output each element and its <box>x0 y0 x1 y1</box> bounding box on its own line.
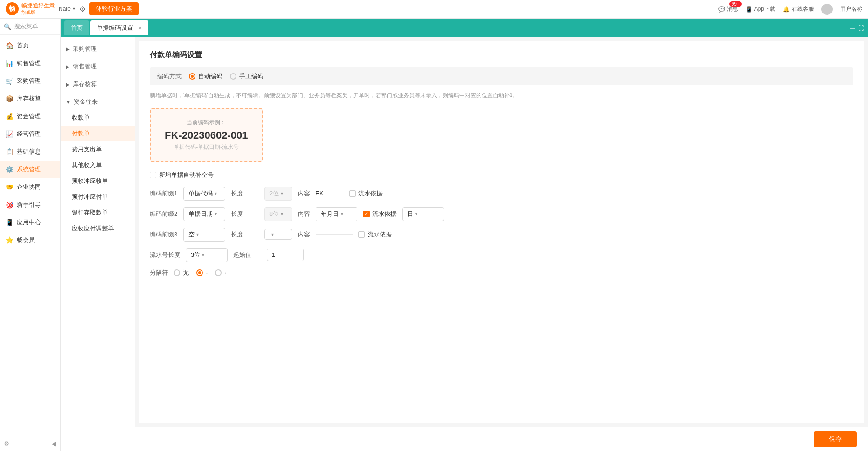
prefix1-content-label: 内容 <box>298 189 310 198</box>
sub-group-inventory-title[interactable]: ▶ 库存核算 <box>61 76 135 92</box>
sub-item-payment[interactable]: 付款单 <box>61 126 135 141</box>
sub-group-sales-title[interactable]: ▶ 销售管理 <box>61 59 135 74</box>
sidebar-bottom: ⚙ ◀ <box>0 436 60 451</box>
prefix2-row: 编码前缀2 单据日期 ▾ 长度 8位 ▾ 内容 年月日 ▾ <box>150 207 853 221</box>
service-label: 在线客服 <box>792 5 814 13</box>
app-icon: 📱 <box>746 6 753 13</box>
message-button[interactable]: 💬 消息 99+ <box>718 5 738 13</box>
sub-item-other-income[interactable]: 其他收入单 <box>61 157 135 173</box>
main-form: 付款单编码设置 编码方式 自动编码 手工编码 <box>139 41 864 423</box>
sidebar-item-inventory[interactable]: 📦 库存核算 <box>0 90 60 108</box>
sidebar-item-sales[interactable]: 📊 销售管理 <box>0 54 60 72</box>
sub-item-receipt[interactable]: 收款单 <box>61 110 135 126</box>
prefix3-row: 编码前缀3 空 ▾ 长度 ▾ 内容 流水依据 <box>150 228 853 242</box>
auto-fill-checkbox-row[interactable]: 新增单据自动补空号 <box>150 171 853 179</box>
sidebar-search[interactable]: 🔍 搜索菜单 <box>0 19 60 35</box>
sub-item-bank-deposit[interactable]: 银行存取款单 <box>61 205 135 221</box>
sidebar-item-capital[interactable]: 💰 资金管理 <box>0 108 60 125</box>
app-download-button[interactable]: 📱 App下载 <box>746 5 775 13</box>
separator-none[interactable]: 无 <box>174 269 189 277</box>
sidebar-item-system[interactable]: ⚙️ 系统管理 <box>0 161 60 178</box>
inventory-icon: 📦 <box>6 95 13 102</box>
tab-home[interactable]: 首页 <box>64 20 89 35</box>
prefix2-content-arrow: ▾ <box>341 211 343 216</box>
sub-item-advance-payable[interactable]: 预付冲应付单 <box>61 189 135 205</box>
home-icon: 🏠 <box>6 42 13 49</box>
prefix2-select[interactable]: 单据日期 ▾ <box>183 207 225 221</box>
sep-other-radio <box>215 269 222 276</box>
prefix1-row: 编码前缀1 单据代码 ▾ 长度 2位 ▾ 内容 FK 流水依据 <box>150 187 853 201</box>
separator-other[interactable]: · <box>215 269 226 276</box>
sub-group-capital-title[interactable]: ▼ 资金往来 <box>61 94 135 110</box>
separator-dot[interactable]: - <box>196 269 208 276</box>
sidebar-item-basic[interactable]: 📋 基础信息 <box>0 143 60 161</box>
tab-expand-icon[interactable]: ⛶ <box>858 25 864 32</box>
prefix3-length-arrow: ▾ <box>271 232 274 237</box>
tab-close-icon[interactable]: ✕ <box>138 25 142 31</box>
workspace-dropdown[interactable]: Nare ▾ <box>59 6 75 12</box>
collapse-icon[interactable]: ◀ <box>51 440 56 447</box>
auto-fill-checkbox[interactable] <box>150 172 156 178</box>
info-text: 新增单据时，'单据编码'自动生成，不可编辑。前缀设置为部门、业务员等档案类，开单… <box>150 91 853 101</box>
radio-auto-circle <box>189 73 195 80</box>
content-inner: ▶ 采购管理 ▶ 销售管理 ▶ 库存核算 <box>61 37 868 427</box>
sub-sidebar: ▶ 采购管理 ▶ 销售管理 ▶ 库存核算 <box>61 37 135 427</box>
sub-item-advance-receivable[interactable]: 预收冲应收单 <box>61 173 135 189</box>
save-button[interactable]: 保存 <box>814 431 857 447</box>
sub-item-expense[interactable]: 费用支出单 <box>61 141 135 157</box>
settings-icon[interactable]: ⚙ <box>79 5 86 13</box>
prefix2-serial-checkbox[interactable]: ✓ <box>363 211 370 217</box>
prefix3-length-select[interactable]: ▾ <box>264 229 292 240</box>
prefix3-label: 编码前缀3 <box>150 230 178 239</box>
message-icon: 💬 <box>718 6 725 13</box>
sidebar-item-purchase[interactable]: 🛒 采购管理 <box>0 72 60 90</box>
radio-manual-label: 手工编码 <box>239 72 263 81</box>
app-label: App下载 <box>754 5 775 13</box>
sidebar-label-inventory: 库存核算 <box>17 94 41 103</box>
sidebar-label-basic: 基础信息 <box>17 148 41 156</box>
radio-manual[interactable]: 手工编码 <box>230 72 263 81</box>
radio-auto[interactable]: 自动编码 <box>189 72 222 81</box>
arrow-right-icon-2: ▶ <box>66 64 70 69</box>
sub-group-purchase-title[interactable]: ▶ 采购管理 <box>61 41 135 57</box>
tab-encoding[interactable]: 单据编码设置 ✕ <box>90 20 148 35</box>
prefix1-serial-check[interactable]: 流水依据 <box>349 189 383 198</box>
prefix2-content-label: 内容 <box>298 210 310 218</box>
service-button[interactable]: 🔔 在线客服 <box>783 5 814 13</box>
sidebar-label-purchase: 采购管理 <box>17 77 41 85</box>
search-icon: 🔍 <box>4 23 11 30</box>
sub-group-inventory: ▶ 库存核算 <box>61 76 135 92</box>
prefix3-serial-check[interactable]: 流水依据 <box>358 230 392 239</box>
sidebar-item-member[interactable]: ⭐ 畅会员 <box>0 231 60 249</box>
prefix3-select[interactable]: 空 ▾ <box>183 228 225 242</box>
start-value-input[interactable] <box>267 249 304 261</box>
service-icon: 🔔 <box>783 6 790 13</box>
sidebar-item-apps[interactable]: 📱 应用中心 <box>0 214 60 231</box>
sidebar-item-home[interactable]: 🏠 首页 <box>0 37 60 54</box>
prefix1-serial-checkbox[interactable] <box>349 190 356 197</box>
sidebar-item-enterprise[interactable]: 🤝 企业协同 <box>0 178 60 196</box>
prefix2-content-select[interactable]: 年月日 ▾ <box>316 207 357 221</box>
prefix1-value: 单据代码 <box>188 189 213 198</box>
serial-length-arrow: ▾ <box>202 252 204 257</box>
prefix1-select[interactable]: 单据代码 ▾ <box>183 187 225 201</box>
prefix2-serial-unit-select[interactable]: 日 ▾ <box>402 207 444 221</box>
settings-bottom-icon[interactable]: ⚙ <box>4 440 10 447</box>
prefix1-length-arrow: ▾ <box>281 191 283 196</box>
content-area: 首页 单据编码设置 ✕ ─ ⛶ ▶ 采购管理 <box>61 19 868 451</box>
sidebar-item-guide[interactable]: 🎯 新手引导 <box>0 196 60 214</box>
trial-button[interactable]: 体验行业方案 <box>89 2 139 15</box>
sub-item-adjust[interactable]: 应收应付调整单 <box>61 221 135 236</box>
prefix2-serial-check[interactable]: ✓ 流水依据 <box>363 210 397 218</box>
sub-group-capital-label: 资金往来 <box>74 98 98 106</box>
user-avatar[interactable] <box>821 4 833 15</box>
serial-length-select[interactable]: 3位 ▾ <box>186 248 228 262</box>
prefix2-arrow: ▾ <box>215 211 217 216</box>
prefix3-serial-checkbox[interactable] <box>358 231 365 238</box>
tab-minimize-icon[interactable]: ─ <box>850 25 855 32</box>
sidebar-item-operation[interactable]: 📈 经营管理 <box>0 125 60 143</box>
logo: 畅 畅捷通好生意 旗舰版 <box>6 2 55 15</box>
logo-text-block: 畅捷通好生意 旗舰版 <box>21 2 55 15</box>
prefix2-value: 单据日期 <box>188 210 213 218</box>
preview-desc: 单据代码-单据日期-流水号 <box>174 143 239 151</box>
